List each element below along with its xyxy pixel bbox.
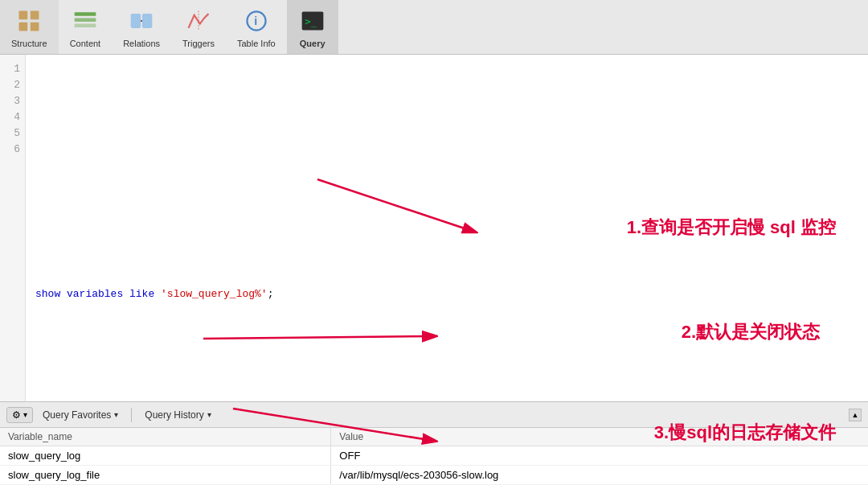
tab-triggers[interactable]: Triggers	[171, 0, 226, 54]
gear-icon: ⚙	[12, 409, 21, 421]
svg-rect-7	[131, 14, 141, 28]
svg-rect-4	[75, 12, 96, 15]
tab-tableinfo-label: Table Info	[237, 39, 276, 48]
query-favorites-label: Query Favorites	[43, 409, 111, 421]
relations-icon	[127, 6, 156, 35]
favorites-chevron-icon: ▾	[114, 410, 118, 419]
col-header-variable-name: Variable_name	[0, 428, 331, 446]
structure-icon	[14, 6, 43, 35]
query-history-label: Query History	[145, 409, 203, 421]
tab-relations[interactable]: Relations	[112, 0, 171, 54]
history-chevron-icon: ▾	[207, 410, 211, 419]
content-icon	[71, 6, 100, 35]
table-row: slow_query_log_file/var/lib/mysql/ecs-20…	[0, 466, 868, 485]
results-container: Variable_name Value slow_query_logOFFslo…	[0, 428, 868, 485]
tab-query-label: Query	[300, 39, 326, 48]
results-table: Variable_name Value slow_query_logOFFslo…	[0, 428, 868, 485]
query-icon: >_	[298, 6, 327, 35]
svg-rect-2	[19, 22, 28, 31]
gear-chevron-icon: ▾	[23, 410, 27, 419]
table-row: slow_query_logOFF	[0, 446, 868, 466]
cell-variable-name: slow_query_log_file	[0, 466, 331, 485]
cell-value: OFF	[331, 446, 868, 466]
svg-rect-0	[19, 10, 28, 19]
tab-relations-label: Relations	[123, 39, 160, 48]
cell-variable-name: slow_query_log	[0, 446, 331, 466]
table-header-row: Variable_name Value	[0, 428, 868, 446]
tab-structure[interactable]: Structure	[0, 0, 59, 54]
svg-rect-5	[75, 18, 96, 21]
col-header-value: Value	[331, 428, 868, 446]
svg-rect-6	[75, 23, 96, 27]
query-editor: 1 2 3 4 5 6 show variables like 'slow_qu…	[0, 55, 868, 401]
bottom-toolbar: ⚙ ▾ Query Favorites ▾ Query History ▾ ▲	[0, 402, 868, 428]
svg-rect-8	[142, 14, 152, 28]
tab-query[interactable]: >_ Query	[287, 0, 338, 54]
svg-text:>_: >_	[305, 15, 317, 27]
tab-triggers-label: Triggers	[182, 39, 215, 48]
svg-rect-1	[31, 10, 39, 19]
toolbar: Structure Content Relations	[0, 0, 868, 55]
tab-content[interactable]: Content	[59, 0, 113, 54]
query-history-button[interactable]: Query History ▾	[138, 408, 217, 422]
triggers-icon	[184, 6, 213, 35]
code-editor[interactable]: show variables like 'slow_query_log%';	[26, 55, 868, 401]
bottom-panel: ⚙ ▾ Query Favorites ▾ Query History ▾ ▲	[0, 401, 868, 485]
resize-icon: ▲	[852, 411, 859, 419]
tableinfo-icon: i	[242, 6, 271, 35]
tab-tableinfo[interactable]: i Table Info	[226, 0, 287, 54]
line-numbers: 1 2 3 4 5 6	[0, 55, 26, 401]
query-favorites-button[interactable]: Query Favorites ▾	[36, 408, 125, 422]
tab-content-label: Content	[70, 39, 101, 48]
tab-structure-label: Structure	[11, 39, 47, 48]
svg-rect-3	[31, 22, 39, 31]
gear-button[interactable]: ⚙ ▾	[6, 407, 33, 423]
panel-resize-button[interactable]: ▲	[849, 409, 862, 421]
full-area: 1 2 3 4 5 6 show variables like 'slow_qu…	[0, 55, 868, 485]
toolbar-separator	[131, 408, 132, 422]
cell-value: /var/lib/mysql/ecs-203056-slow.log	[331, 466, 868, 485]
svg-text:i: i	[254, 14, 257, 27]
